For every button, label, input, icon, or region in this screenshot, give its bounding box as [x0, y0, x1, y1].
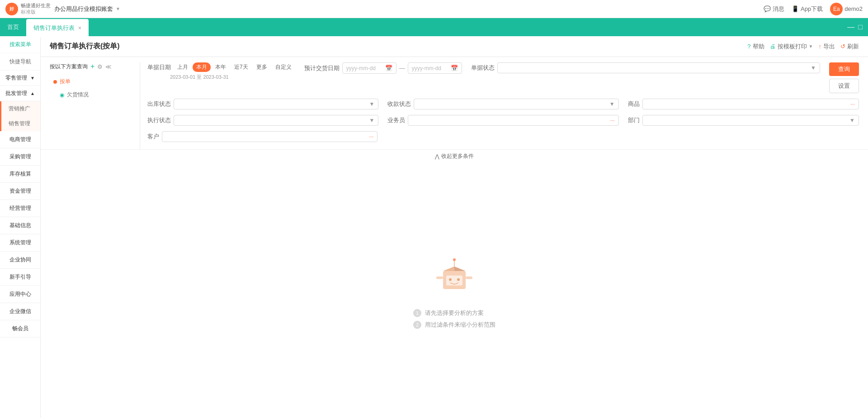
order-status-select[interactable]: ▼	[497, 62, 820, 73]
scheme-settings-button[interactable]: ⚙	[97, 63, 103, 70]
date-range-hint: 2023-03-01 至 2023-03-31	[147, 74, 229, 81]
scheme-sub-icon: ◉	[60, 92, 64, 98]
salesperson-label: 业务员	[387, 116, 405, 124]
page-title: 销售订单执行表(按单)	[50, 42, 120, 51]
tab-sales-order[interactable]: 销售订单执行表 ×	[26, 19, 89, 37]
refresh-icon: ↺	[840, 43, 845, 50]
expected-date-to[interactable]: yyyy-mm-dd 📅	[408, 62, 462, 74]
download-icon: 📱	[792, 5, 799, 12]
date-tab-7days[interactable]: 近7天	[231, 62, 252, 72]
delivery-chevron-icon: ▼	[369, 101, 374, 107]
user-menu[interactable]: Ea demo2	[830, 3, 863, 15]
salesperson-dots-icon: ···	[610, 117, 615, 124]
goods-select[interactable]: ···	[642, 99, 859, 109]
empty-steps: 1 请先选择要分析的方案 2 用过滤条件来缩小分析范围	[413, 309, 495, 329]
sidebar-purchase[interactable]: 采购管理	[0, 148, 40, 166]
help-icon: ?	[747, 43, 750, 50]
sidebar-retail-mgmt[interactable]: 零售管理 ▼	[0, 71, 40, 86]
sidebar: 搜索菜单 快捷导航 零售管理 ▼ 批发管理 ▲ 营销推广 销售管理 电商管理 采…	[0, 36, 41, 418]
department-select[interactable]: ▼	[642, 115, 859, 126]
export-icon: ↑	[819, 43, 822, 50]
sidebar-newbie[interactable]: 新手引导	[0, 269, 40, 286]
tab-minimize-button[interactable]: —	[847, 23, 854, 31]
sidebar-operations[interactable]: 经营管理	[0, 200, 40, 217]
sidebar-enterprise[interactable]: 企业协同	[0, 252, 40, 269]
add-scheme-button[interactable]: +	[90, 62, 94, 71]
delivery-status-select[interactable]: ▼	[174, 99, 378, 109]
sidebar-ecommerce[interactable]: 电商管理	[0, 131, 40, 148]
settings-button[interactable]: 设置	[829, 79, 859, 93]
print-button[interactable]: 🖨 按模板打印 ▼	[770, 43, 813, 51]
date-tab-more[interactable]: 更多	[253, 62, 271, 72]
empty-illustration	[432, 253, 477, 298]
sidebar-wholesale-mgmt[interactable]: 批发管理 ▲	[0, 86, 40, 101]
tab-close-button[interactable]: ×	[78, 25, 81, 31]
date-tab-this-year[interactable]: 本年	[212, 62, 230, 72]
payment-chevron-icon: ▼	[609, 101, 615, 107]
scheme-item-shortage[interactable]: ◉ 欠货情况	[50, 88, 134, 101]
sidebar-wechat[interactable]: 企业微信	[0, 303, 40, 320]
salesperson-select[interactable]: ···	[408, 115, 618, 126]
sidebar-marketing[interactable]: 营销推广	[1, 101, 40, 116]
svg-point-3	[457, 278, 460, 281]
tab-home[interactable]: 首页	[0, 18, 26, 36]
date-tab-this-month[interactable]: 本月	[193, 62, 211, 72]
sidebar-quick-nav[interactable]: 快捷导航	[0, 53, 40, 71]
exec-chevron-icon: ▼	[369, 117, 374, 124]
order-status-label: 单据状态	[471, 64, 495, 72]
query-button[interactable]: 查询	[829, 62, 859, 76]
sidebar-basic-info[interactable]: 基础信息	[0, 217, 40, 234]
print-icon: 🖨	[770, 43, 776, 50]
payment-status-label: 收款状态	[387, 100, 411, 108]
exec-status-label: 执行状态	[147, 116, 171, 124]
payment-status-select[interactable]: ▼	[414, 99, 618, 109]
export-button[interactable]: ↑ 导出	[819, 43, 835, 51]
refresh-button[interactable]: ↺ 刷新	[840, 43, 859, 51]
collapse-filters-button[interactable]: ⋀ 收起更多条件	[435, 152, 474, 160]
empty-state: 1 请先选择要分析的方案 2 用过滤条件来缩小分析范围	[41, 164, 868, 418]
goods-label: 商品	[628, 100, 640, 108]
scheme-dot	[53, 80, 57, 84]
dept-chevron-icon: ▼	[849, 117, 855, 124]
sidebar-app-center[interactable]: 应用中心	[0, 286, 40, 303]
goods-dots-icon: ···	[850, 101, 855, 107]
delivery-status-label: 出库状态	[147, 100, 171, 108]
tab-maximize-button[interactable]: □	[858, 23, 863, 31]
calendar-to-icon: 📅	[451, 65, 458, 71]
sidebar-system[interactable]: 系统管理	[0, 234, 40, 252]
exec-status-select[interactable]: ▼	[174, 115, 378, 126]
customer-dots-icon: ···	[369, 133, 373, 140]
message-button[interactable]: 💬 消息	[764, 5, 784, 13]
app-download-button[interactable]: 📱 App下载	[792, 5, 823, 13]
scheme-collapse-button[interactable]: ≪	[105, 63, 112, 70]
sidebar-search[interactable]: 搜索菜单	[0, 36, 40, 53]
empty-step-2: 2 用过滤条件来缩小分析范围	[413, 321, 495, 329]
chevron-down-icon: ▼	[811, 65, 816, 71]
svg-rect-4	[436, 276, 443, 279]
svg-point-2	[449, 278, 452, 281]
expected-date-label: 预计交货日期	[304, 64, 340, 72]
date-tab-prev-month[interactable]: 上月	[174, 62, 192, 72]
expected-date-from[interactable]: yyyy-mm-dd 📅	[342, 62, 396, 74]
message-icon: 💬	[764, 5, 771, 12]
sidebar-inventory[interactable]: 库存核算	[0, 166, 40, 183]
date-tab-custom[interactable]: 自定义	[272, 62, 295, 72]
customer-select[interactable]: ···	[162, 131, 377, 142]
department-label: 部门	[628, 116, 640, 124]
avatar: Ea	[830, 3, 843, 15]
app-name: 畅捷通好生意 标准版	[21, 3, 51, 14]
sidebar-finance[interactable]: 资金管理	[0, 183, 40, 200]
svg-point-7	[453, 258, 456, 261]
customer-label: 客户	[147, 133, 159, 141]
scheme-item-by-order[interactable]: 按单	[50, 75, 134, 88]
help-button[interactable]: ? 帮助	[747, 43, 764, 51]
svg-rect-5	[466, 276, 472, 279]
sidebar-sales-mgmt[interactable]: 销售管理	[1, 116, 40, 131]
calendar-from-icon: 📅	[385, 65, 392, 71]
empty-step-1: 1 请先选择要分析的方案	[413, 309, 495, 317]
breadcrumb[interactable]: 办公用品行业模拟账套 ▼	[54, 5, 120, 13]
app-logo: 好	[5, 3, 18, 15]
sidebar-member[interactable]: 畅会员	[0, 320, 40, 337]
date-label: 单据日期	[147, 63, 171, 71]
